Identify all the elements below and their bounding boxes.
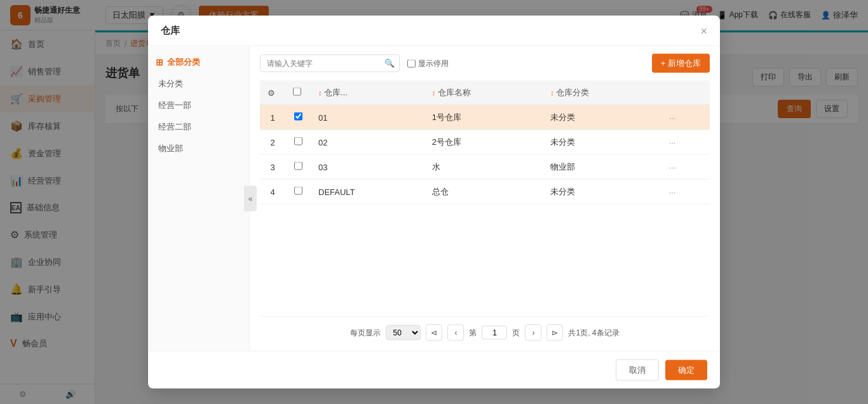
prev-page-button[interactable]: ‹ — [447, 325, 464, 341]
first-page-button[interactable]: ⊲ — [426, 325, 442, 341]
row-actions: ··· — [661, 154, 710, 179]
modal-title: 仓库 — [161, 25, 180, 37]
page-size-select[interactable]: 50 10 20 100 — [386, 325, 421, 340]
row-name: 总仓 — [424, 179, 543, 204]
pagination-bar: 每页显示 50 10 20 100 ⊲ ‹ 第 页 › ⊳ 共1页, 4条记录 — [260, 316, 710, 344]
modal-body: ⊞ 全部分类 未分类 经营一部 经营二部 物业部 « 🔍 显示停用 + 新增仓库 — [148, 46, 720, 351]
page-input[interactable] — [482, 326, 507, 340]
row-checkbox[interactable] — [285, 179, 311, 204]
table-row[interactable]: 1 01 1号仓库 未分类 ··· — [260, 105, 710, 130]
search-input-wrap: 🔍 — [260, 55, 400, 72]
row-num: 4 — [260, 179, 285, 204]
row-more-icon[interactable]: ··· — [669, 112, 676, 122]
row-code: DEFAULT — [311, 179, 424, 204]
row-actions: ··· — [661, 179, 710, 204]
th-checkbox — [285, 81, 311, 105]
row-actions: ··· — [661, 105, 710, 130]
row-category: 未分类 — [543, 130, 661, 154]
row-more-icon[interactable]: ··· — [669, 187, 676, 196]
confirm-button[interactable]: 确定 — [665, 360, 707, 380]
category-item-2[interactable]: 经营二部 — [148, 116, 249, 138]
select-all-checkbox[interactable] — [293, 88, 301, 96]
row-category: 未分类 — [543, 105, 661, 130]
next-page-button[interactable]: › — [525, 325, 541, 341]
modal-left-panel: ⊞ 全部分类 未分类 经营一部 经营二部 物业部 « — [148, 46, 250, 351]
row-checkbox[interactable] — [285, 105, 311, 130]
row-category: 未分类 — [543, 179, 661, 204]
row-code: 03 — [311, 154, 424, 179]
sort-icon-name: ↕ — [432, 89, 436, 97]
cancel-button[interactable]: 取消 — [616, 360, 659, 381]
row-checkbox[interactable] — [285, 154, 311, 179]
show-disabled-label: 显示停用 — [407, 58, 449, 69]
row-num: 1 — [260, 105, 285, 130]
search-icon[interactable]: 🔍 — [384, 58, 395, 68]
category-item-1[interactable]: 经营一部 — [148, 95, 249, 116]
th-settings: ⚙ — [260, 81, 285, 105]
table-row[interactable]: 2 02 2号仓库 未分类 ··· — [260, 130, 710, 154]
search-input[interactable] — [260, 55, 400, 72]
last-page-button[interactable]: ⊳ — [546, 325, 563, 341]
sort-icon: ↕ — [318, 89, 322, 97]
row-more-icon[interactable]: ··· — [669, 162, 676, 172]
modal-footer: 取消 确定 — [148, 351, 720, 389]
row-num: 2 — [260, 130, 285, 154]
warehouse-modal: 仓库 × ⊞ 全部分类 未分类 经营一部 经营二部 物业部 « 🔍 — [148, 16, 720, 389]
collapse-button[interactable]: « — [244, 186, 257, 212]
category-item-0[interactable]: 未分类 — [148, 73, 249, 95]
row-num: 3 — [260, 154, 285, 179]
row-name: 水 — [424, 154, 543, 179]
row-name: 1号仓库 — [424, 105, 543, 130]
table-row[interactable]: 4 DEFAULT 总仓 未分类 ··· — [260, 179, 710, 204]
th-warehouse-code[interactable]: ↕ 仓库... — [311, 81, 424, 105]
modal-close-button[interactable]: × — [700, 25, 707, 36]
row-category: 物业部 — [543, 154, 661, 179]
warehouse-table: ⚙ ↕ 仓库... ↕ 仓库名称 — [260, 81, 710, 205]
modal-right-panel: 🔍 显示停用 + 新增仓库 ⚙ — [250, 46, 720, 351]
th-warehouse-name[interactable]: ↕ 仓库名称 — [424, 81, 543, 105]
sort-icon-cat: ↕ — [550, 89, 554, 97]
row-name: 2号仓库 — [424, 130, 543, 154]
modal-header: 仓库 × — [148, 16, 720, 46]
search-bar: 🔍 显示停用 + 新增仓库 — [260, 54, 710, 73]
table-header-row: ⚙ ↕ 仓库... ↕ 仓库名称 — [260, 81, 710, 105]
th-warehouse-category[interactable]: ↕ 仓库分类 — [543, 81, 661, 105]
th-actions — [661, 81, 710, 105]
row-checkbox[interactable] — [285, 130, 311, 154]
add-warehouse-button[interactable]: + 新增仓库 — [652, 54, 710, 73]
row-actions: ··· — [661, 130, 710, 154]
total-info: 共1页, 4条记录 — [568, 327, 619, 338]
row-more-icon[interactable]: ··· — [669, 137, 676, 147]
all-categories-item[interactable]: ⊞ 全部分类 — [148, 51, 249, 73]
show-disabled-checkbox[interactable] — [407, 59, 416, 67]
category-item-3[interactable]: 物业部 — [148, 138, 249, 159]
row-code: 01 — [311, 105, 424, 130]
table-row[interactable]: 3 03 水 物业部 ··· — [260, 154, 710, 179]
grid-icon: ⊞ — [156, 57, 163, 67]
row-code: 02 — [311, 130, 424, 154]
